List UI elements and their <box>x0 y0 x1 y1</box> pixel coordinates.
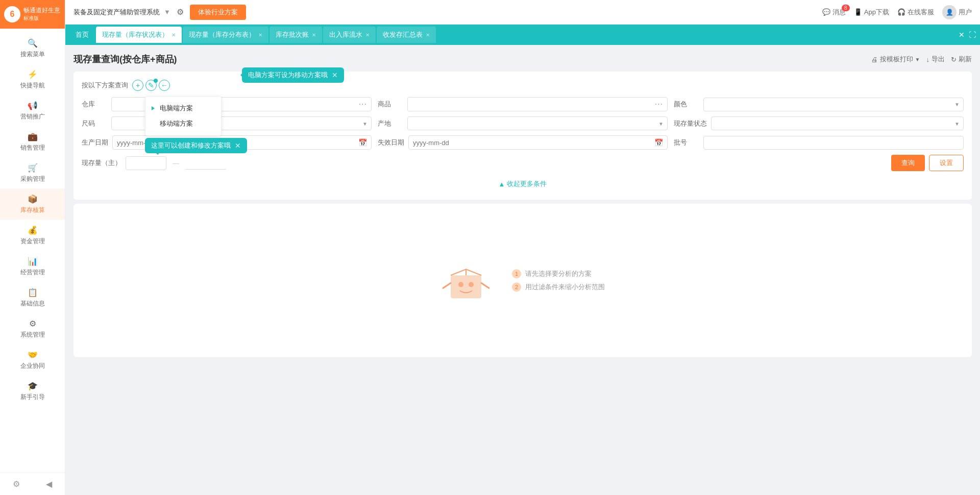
tab-recv-summary[interactable]: 收发存汇总表 ✕ <box>377 27 436 43</box>
refresh-icon: ↻ <box>951 56 957 63</box>
filter-goods: 商品 ··· <box>378 97 668 111</box>
print-btn[interactable]: 🖨 按模板打印 ▼ <box>871 55 920 64</box>
filter-row-4: 现存量（主） — 查询 设置 <box>82 155 964 171</box>
message-icon: 💬 <box>822 8 830 16</box>
color-select-wrapper <box>703 98 964 111</box>
refresh-btn[interactable]: ↻ 刷新 <box>951 55 972 64</box>
system-name: 装备及固定资产辅助管理系统 ▼ <box>74 8 170 17</box>
logo-title: 畅通道好生意 <box>23 7 60 15</box>
svg-rect-0 <box>451 275 481 298</box>
expire-date-icon[interactable]: 📅 <box>654 138 663 147</box>
color-select[interactable] <box>703 98 964 111</box>
sidebar-item-finance[interactable]: 💰 资金管理 <box>0 220 65 251</box>
sidebar-item-marketing[interactable]: 📢 营销推广 <box>0 95 65 126</box>
tab-close-recv[interactable]: ✕ <box>426 32 430 38</box>
tooltip2-close[interactable]: ✕ <box>235 142 241 150</box>
chevron-up-icon: ▲ <box>499 180 505 188</box>
system-dropdown-icon[interactable]: ▼ <box>164 8 170 16</box>
warehouse-dots-btn[interactable]: ··· <box>359 100 367 109</box>
enterprise-nav-icon: 🤝 <box>28 349 38 360</box>
tab-inventory-dist[interactable]: 现存量（库存分布表） ✕ <box>183 27 268 43</box>
topbar: 装备及固定资产辅助管理系统 ▼ ⚙ 体验行业方案 💬 消息 8 📱 App下载 … <box>65 0 980 25</box>
tooltip1-close[interactable]: ✕ <box>332 71 338 79</box>
inventory-status-select[interactable] <box>711 116 964 130</box>
sidebar-item-quick[interactable]: ⚡ 快捷导航 <box>0 64 65 95</box>
stock-qty-start[interactable] <box>126 156 166 170</box>
reset-btn[interactable]: 设置 <box>929 155 964 171</box>
stock-qty-end[interactable] <box>185 156 226 170</box>
filter-panel: 按以下方案查询 + ✎ ← 电脑方案可设为移动方案哦 ✕ <box>74 72 972 200</box>
tab-close-flow[interactable]: ✕ <box>365 32 370 38</box>
topbar-gear-btn[interactable]: ⚙ <box>177 7 184 17</box>
produce-date-icon[interactable]: 📅 <box>358 138 367 147</box>
guide-nav-icon: 🎓 <box>28 381 38 391</box>
svg-point-2 <box>469 282 474 287</box>
export-icon: ↓ <box>926 56 930 63</box>
search-nav-icon: 🔍 <box>28 38 38 48</box>
tab-close-all-btn[interactable]: ✕ <box>959 31 965 39</box>
print-dropdown-icon: ▼ <box>915 57 920 62</box>
tab-close-inventory-status[interactable]: ✕ <box>172 32 176 38</box>
filter-title: 按以下方案查询 <box>82 81 128 90</box>
add-filter-btn[interactable]: + <box>132 80 143 91</box>
tab-close-batch[interactable]: ✕ <box>312 32 316 38</box>
sidebar-item-sales[interactable]: 💼 销售管理 <box>0 126 65 157</box>
edit-filter-btn[interactable]: ✎ <box>145 80 157 91</box>
search-btn[interactable]: 查询 <box>891 155 925 171</box>
sidebar-item-guide[interactable]: 🎓 新手引导 <box>0 375 65 407</box>
tab-batch-account[interactable]: 库存批次账 ✕ <box>270 27 322 43</box>
filter-header-btns: + ✎ ← <box>132 80 170 91</box>
user-avatar: 👤 <box>942 5 957 19</box>
sidebar-bottom: ⚙ ◀ <box>0 473 65 495</box>
empty-hints: 1 请先选择要分析的方案 2 用过滤条件来缩小分析范围 <box>512 269 605 292</box>
message-btn[interactable]: 💬 消息 8 <box>822 8 846 17</box>
tab-inventory-status[interactable]: 现存量（库存状况表） ✕ <box>96 27 182 43</box>
sidebar-item-search[interactable]: 🔍 搜索菜单 <box>0 33 65 64</box>
schema-desktop[interactable]: 电脑端方案 <box>145 101 221 116</box>
service-icon: 🎧 <box>897 8 905 16</box>
collapse-sidebar-btn[interactable]: ◀ <box>46 479 52 489</box>
expire-date-start[interactable] <box>413 139 652 147</box>
online-service-btn[interactable]: 🎧 在线客服 <box>897 8 934 17</box>
filter-header: 按以下方案查询 + ✎ ← 电脑方案可设为移动方案哦 ✕ <box>82 80 964 91</box>
batch-no-input[interactable] <box>703 136 964 150</box>
origin-select-wrapper <box>407 116 668 130</box>
filter-stock-qty: 现存量（主） — <box>82 156 245 170</box>
message-badge: 8 <box>842 5 850 11</box>
filter-action-btns: 查询 设置 <box>891 155 964 171</box>
tab-inout-flow[interactable]: 出入库流水 ✕ <box>323 27 376 43</box>
export-btn[interactable]: ↓ 导出 <box>926 55 945 64</box>
schema-mobile[interactable]: 移动端方案 <box>145 116 221 131</box>
trial-btn[interactable]: 体验行业方案 <box>190 5 246 20</box>
sidebar-item-purchase[interactable]: 🛒 采购管理 <box>0 157 65 188</box>
origin-select[interactable] <box>407 116 668 130</box>
goods-dots-btn[interactable]: ··· <box>655 100 663 109</box>
filter-batch-no: 批号 <box>674 136 964 150</box>
sidebar-item-basic[interactable]: 📋 基础信息 <box>0 282 65 313</box>
system-nav-icon: ⚙ <box>28 318 38 328</box>
tab-close-inventory-dist[interactable]: ✕ <box>258 32 262 38</box>
sidebar-item-system[interactable]: ⚙ 系统管理 <box>0 313 65 344</box>
empty-illustration <box>440 255 492 306</box>
finance-nav-icon: 💰 <box>28 225 38 235</box>
settings-btn[interactable]: ⚙ <box>13 479 20 489</box>
collapse-more-btn[interactable]: ▲ 收起更多条件 <box>82 176 964 192</box>
sidebar-item-operations[interactable]: 📊 经营管理 <box>0 251 65 282</box>
empty-state: 1 请先选择要分析的方案 2 用过滤条件来缩小分析范围 <box>440 255 605 306</box>
sidebar-item-enterprise[interactable]: 🤝 企业协同 <box>0 344 65 375</box>
svg-line-3 <box>443 283 451 288</box>
svg-line-4 <box>481 283 489 288</box>
mobile-icon: 📱 <box>854 8 862 16</box>
basic-nav-icon: 📋 <box>28 287 38 297</box>
svg-point-1 <box>458 282 463 287</box>
tabbar: 首页 现存量（库存状况表） ✕ 现存量（库存分布表） ✕ 库存批次账 ✕ 出入库… <box>65 25 980 45</box>
empty-hint-2: 2 用过滤条件来缩小分析范围 <box>512 282 605 292</box>
sidebar-item-inventory[interactable]: 📦 库存核算 <box>0 188 65 220</box>
main-area: 装备及固定资产辅助管理系统 ▼ ⚙ 体验行业方案 💬 消息 8 📱 App下载 … <box>65 0 980 495</box>
user-menu-btn[interactable]: 👤 用户 <box>942 5 972 19</box>
app-download-btn[interactable]: 📱 App下载 <box>854 8 889 17</box>
filter-warehouse: 仓库 ··· <box>82 97 372 111</box>
back-filter-btn[interactable]: ← <box>159 80 170 91</box>
tab-fullscreen-btn[interactable]: ⛶ <box>969 31 976 39</box>
tab-home[interactable]: 首页 <box>69 27 95 43</box>
